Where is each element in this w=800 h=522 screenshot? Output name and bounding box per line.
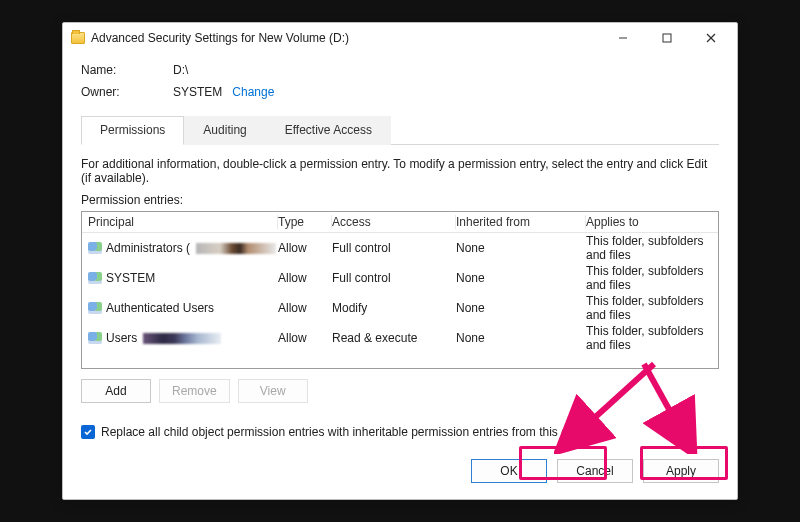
info-text: For additional information, double-click…: [81, 157, 719, 185]
principal-text: Users: [106, 331, 137, 345]
replace-inheritable-label: Replace all child object permission entr…: [101, 425, 593, 439]
cell-access: Read & execute: [332, 331, 456, 345]
tabs: Permissions Auditing Effective Access: [81, 115, 719, 145]
cell-type: Allow: [278, 331, 332, 345]
entries-label: Permission entries:: [81, 193, 719, 207]
dialog-buttons: OK Cancel Apply: [63, 445, 737, 499]
remove-button: Remove: [159, 379, 230, 403]
cell-type: Allow: [278, 241, 332, 255]
permission-entries[interactable]: Principal Type Access Inherited from App…: [81, 211, 719, 369]
entries-header: Principal Type Access Inherited from App…: [82, 212, 718, 233]
group-icon: [88, 272, 102, 284]
entry-buttons: Add Remove View: [81, 379, 719, 403]
maximize-button[interactable]: [645, 23, 689, 53]
close-button[interactable]: [689, 23, 733, 53]
owner-value: SYSTEM: [173, 85, 222, 99]
table-row[interactable]: UsersAllowRead & executeNoneThis folder,…: [82, 323, 718, 353]
ok-button[interactable]: OK: [471, 459, 547, 483]
group-icon: [88, 302, 102, 314]
table-row[interactable]: SYSTEMAllowFull controlNoneThis folder, …: [82, 263, 718, 293]
titlebar: Advanced Security Settings for New Volum…: [63, 23, 737, 53]
col-type: Type: [278, 215, 332, 229]
cell-inherited: None: [456, 241, 586, 255]
principal-text: SYSTEM: [106, 271, 155, 285]
col-access: Access: [332, 215, 456, 229]
cell-access: Full control: [332, 241, 456, 255]
group-icon: [88, 332, 102, 344]
principal-text: Administrators (: [106, 241, 190, 255]
tab-effective-access[interactable]: Effective Access: [266, 116, 391, 145]
cell-inherited: None: [456, 331, 586, 345]
name-label: Name:: [81, 63, 173, 77]
add-button[interactable]: Add: [81, 379, 151, 403]
cell-applies: This folder, subfolders and files: [586, 324, 712, 352]
owner-label: Owner:: [81, 85, 173, 99]
col-inherited: Inherited from: [456, 215, 586, 229]
minimize-button[interactable]: [601, 23, 645, 53]
redacted-text: [196, 243, 276, 254]
view-button: View: [238, 379, 308, 403]
cell-inherited: None: [456, 271, 586, 285]
group-icon: [88, 242, 102, 254]
cell-applies: This folder, subfolders and files: [586, 264, 712, 292]
tab-permissions[interactable]: Permissions: [81, 116, 184, 145]
folder-icon: [71, 32, 85, 44]
replace-inheritable-row[interactable]: Replace all child object permission entr…: [81, 425, 719, 439]
table-row[interactable]: Administrators (AllowFull controlNoneThi…: [82, 233, 718, 263]
col-applies: Applies to: [586, 215, 712, 229]
cell-inherited: None: [456, 301, 586, 315]
cell-applies: This folder, subfolders and files: [586, 234, 712, 262]
name-value: D:\: [173, 63, 188, 77]
redacted-text: [143, 333, 221, 344]
col-principal: Principal: [88, 215, 278, 229]
apply-button[interactable]: Apply: [643, 459, 719, 483]
cancel-button[interactable]: Cancel: [557, 459, 633, 483]
cell-access: Full control: [332, 271, 456, 285]
security-settings-window: Advanced Security Settings for New Volum…: [62, 22, 738, 500]
cell-applies: This folder, subfolders and files: [586, 294, 712, 322]
svg-rect-1: [663, 34, 671, 42]
replace-inheritable-checkbox[interactable]: [81, 425, 95, 439]
owner-row: Owner: SYSTEM Change: [81, 85, 719, 99]
window-title: Advanced Security Settings for New Volum…: [91, 31, 349, 45]
principal-text: Authenticated Users: [106, 301, 214, 315]
cell-access: Modify: [332, 301, 456, 315]
cell-type: Allow: [278, 271, 332, 285]
table-row[interactable]: Authenticated UsersAllowModifyNoneThis f…: [82, 293, 718, 323]
tab-auditing[interactable]: Auditing: [184, 116, 265, 145]
cell-type: Allow: [278, 301, 332, 315]
name-row: Name: D:\: [81, 63, 719, 77]
change-owner-link[interactable]: Change: [232, 85, 274, 99]
